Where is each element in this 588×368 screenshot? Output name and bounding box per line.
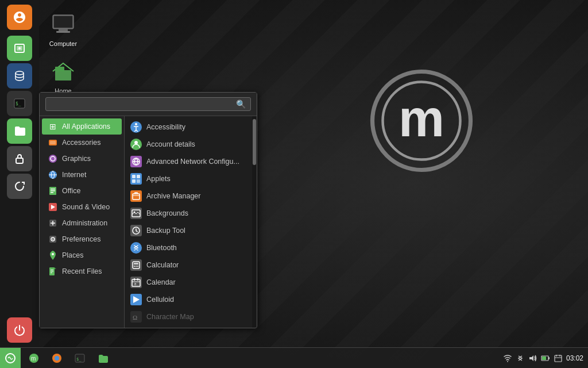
category-preferences[interactable]: Preferences <box>42 231 122 247</box>
category-all-apps-label: All Applications <box>62 122 110 131</box>
scroll-thumb <box>253 119 256 165</box>
svg-rect-68 <box>555 355 562 362</box>
app-advanced-network-label: Advanced Network Configu... <box>146 158 239 166</box>
accessibility-icon <box>130 121 142 133</box>
tray-volume-icon[interactable] <box>528 354 537 363</box>
svg-marker-55 <box>133 296 140 303</box>
svg-point-46 <box>134 212 136 213</box>
app-calculator[interactable]: Calculator <box>125 256 252 274</box>
backgrounds-icon <box>130 208 142 219</box>
places-icon <box>48 250 58 260</box>
svg-rect-66 <box>542 356 546 360</box>
taskbar-terminal-icon[interactable]: $_ <box>69 350 91 366</box>
app-account-details-label: Account details <box>146 140 195 148</box>
svg-rect-34 <box>51 270 53 270</box>
categories-panel: ⊞ All Applications Accessories Graphics <box>40 116 125 328</box>
svg-rect-67 <box>548 357 550 359</box>
svg-rect-17 <box>50 141 56 144</box>
svg-text:m: m <box>399 90 444 147</box>
category-office[interactable]: Office <box>42 183 122 199</box>
desktop-icon-computer[interactable]: Computer <box>40 10 86 47</box>
tray-bluetooth-icon[interactable] <box>516 354 525 363</box>
category-recent-files[interactable]: Recent Files <box>42 263 122 279</box>
app-calendar-label: Calendar <box>146 278 176 286</box>
svg-rect-5 <box>59 29 68 31</box>
svg-point-61 <box>55 356 59 361</box>
category-administration[interactable]: Administration <box>42 215 122 231</box>
taskbar-firefox-icon[interactable] <box>46 350 68 366</box>
svg-rect-7 <box>55 70 71 80</box>
taskbar-tray: 03:02 <box>498 354 588 363</box>
recent-files-icon <box>48 266 58 277</box>
tray-battery-icon[interactable] <box>541 354 550 363</box>
category-graphics-label: Graphics <box>62 155 91 163</box>
category-internet[interactable]: Internet <box>42 167 122 183</box>
app-backup-tool[interactable]: Backup Tool <box>125 222 252 239</box>
sidebar-sequeler-button[interactable] <box>7 63 32 89</box>
computer-label: Computer <box>49 40 77 47</box>
sidebar-mintstick-button[interactable] <box>7 36 32 61</box>
sidebar-update-button[interactable] <box>7 174 32 199</box>
svg-marker-33 <box>55 267 56 269</box>
scrollbar[interactable] <box>252 116 257 328</box>
app-calendar[interactable]: 8 Calendar <box>125 274 252 291</box>
category-recent-files-label: Recent Files <box>62 267 102 275</box>
category-accessories-label: Accessories <box>62 139 100 147</box>
mint-logo: m <box>370 69 473 172</box>
category-places[interactable]: Places <box>42 247 122 263</box>
svg-rect-4 <box>54 16 72 28</box>
app-accessibility[interactable]: Accessibility <box>125 118 252 136</box>
tray-network-icon[interactable] <box>503 354 512 363</box>
app-backup-tool-label: Backup Tool <box>146 227 185 235</box>
app-menu: 🔍 ⊞ All Applications Accessories <box>39 92 257 328</box>
svg-rect-43 <box>137 179 140 183</box>
app-archive-manager[interactable]: Archive Manager <box>125 187 252 205</box>
svg-text:$_: $_ <box>16 101 21 106</box>
archive-manager-icon <box>130 190 142 202</box>
taskbar-start-button[interactable] <box>0 348 21 369</box>
sidebar-terminal-button[interactable]: $_ <box>7 91 32 116</box>
svg-point-51 <box>136 266 137 267</box>
svg-rect-40 <box>132 175 136 178</box>
app-celluloid[interactable]: Celluloid <box>125 291 252 308</box>
svg-rect-35 <box>51 271 53 272</box>
taskbar-files-icon[interactable] <box>92 350 114 366</box>
app-backgrounds[interactable]: Backgrounds <box>125 205 252 222</box>
app-account-details[interactable]: Account details <box>125 136 252 153</box>
app-accessibility-label: Accessibility <box>146 123 185 131</box>
tray-calendar-icon[interactable] <box>554 354 563 363</box>
svg-point-30 <box>52 239 53 240</box>
category-all-apps[interactable]: ⊞ All Applications <box>42 118 122 135</box>
sidebar-menu-button[interactable] <box>7 5 32 30</box>
svg-text:8: 8 <box>134 282 137 286</box>
svg-point-11 <box>18 47 21 49</box>
search-input[interactable] <box>51 100 236 109</box>
svg-point-37 <box>135 123 137 125</box>
app-character-map[interactable]: Ω Character Map <box>125 308 252 325</box>
category-graphics[interactable]: Graphics <box>42 151 122 167</box>
svg-point-52 <box>137 266 138 267</box>
svg-rect-41 <box>137 175 140 178</box>
preferences-icon <box>48 234 58 244</box>
sidebar-files-button[interactable] <box>7 118 32 144</box>
app-bluetooth[interactable]: Bluetooth <box>125 239 252 256</box>
app-applets[interactable]: Applets <box>125 170 252 187</box>
sidebar-power-button[interactable] <box>7 317 32 343</box>
character-map-icon: Ω <box>130 311 142 323</box>
search-input-wrap[interactable]: 🔍 <box>45 97 251 111</box>
svg-point-50 <box>134 266 135 267</box>
app-advanced-network[interactable]: Advanced Network Configu... <box>125 153 252 170</box>
desktop-icon-home[interactable]: Home <box>40 57 86 94</box>
advanced-network-icon <box>130 156 142 167</box>
backup-tool-icon <box>130 225 142 236</box>
svg-point-38 <box>134 141 138 144</box>
calendar-icon: 8 <box>130 277 142 288</box>
all-apps-icon: ⊞ <box>48 121 58 132</box>
taskbar-mint-icon[interactable]: m <box>23 350 45 366</box>
applets-icon <box>130 173 142 185</box>
sidebar-lock-button[interactable] <box>7 146 32 171</box>
accessories-icon <box>48 137 58 148</box>
svg-point-12 <box>16 71 24 75</box>
category-accessories[interactable]: Accessories <box>42 135 122 151</box>
category-sound-video[interactable]: Sound & Video <box>42 199 122 215</box>
